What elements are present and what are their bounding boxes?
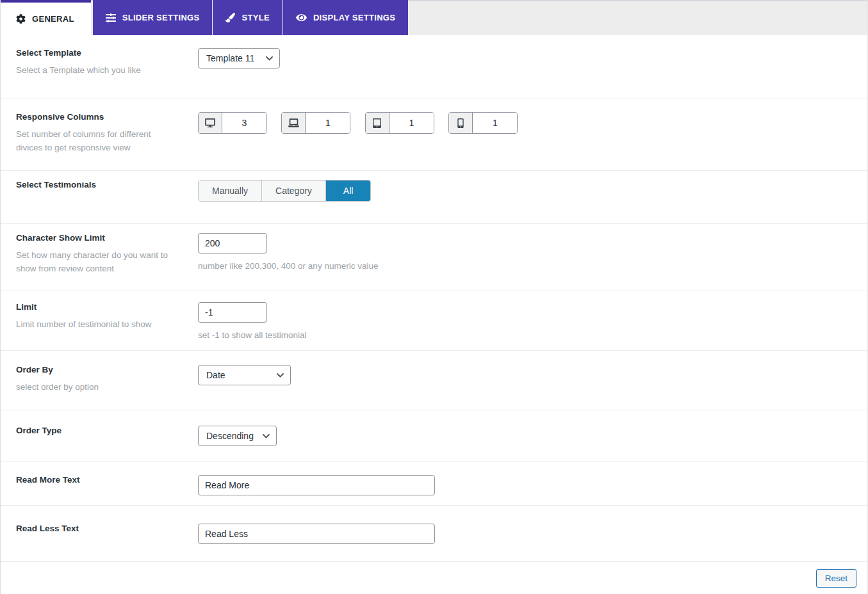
template-select[interactable]: Template 11 (198, 48, 280, 68)
field-label-group: Select Template Select a Template which … (16, 48, 198, 99)
tab-general[interactable]: GENERAL (1, 0, 91, 35)
field-label: Responsive Columns (16, 112, 198, 122)
field-label: Order Type (16, 426, 198, 435)
reset-button[interactable]: Reset (816, 569, 856, 588)
limit-input[interactable] (198, 302, 267, 323)
chevron-down-icon (263, 434, 270, 438)
settings-tabbar: GENERAL SLIDER SETTINGS STYLE DISPLAY SE… (1, 0, 867, 35)
field-label: Select Template (16, 48, 198, 58)
field-description: select order by option (16, 381, 177, 394)
eye-icon (296, 13, 307, 22)
testimonials-source-segmented-control: Manually Category All (198, 180, 371, 202)
row-character-show-limit: Character Show Limit Set how many charac… (1, 224, 867, 291)
tab-label: SLIDER SETTINGS (122, 13, 200, 22)
selected-order-type-value: Descending (206, 431, 254, 441)
segment-manually[interactable]: Manually (199, 181, 262, 201)
field-hint: set -1 to show all testimonial (198, 330, 852, 340)
row-order-by: Order By select order by option Date (1, 351, 867, 410)
tab-display-settings[interactable]: DISPLAY SETTINGS (283, 0, 408, 35)
field-label-group: Character Show Limit Set how many charac… (16, 233, 198, 291)
segment-all[interactable]: All (326, 181, 371, 201)
field-label: Read More Text (16, 475, 198, 485)
field-description: Set number of columns for different divi… (16, 128, 177, 155)
tab-style[interactable]: STYLE (213, 0, 283, 35)
brush-icon (225, 13, 235, 22)
field-label-group: Responsive Columns Set number of columns… (16, 112, 198, 170)
field-label: Order By (16, 365, 198, 374)
field-description: Set how many character do you want to sh… (16, 249, 177, 276)
mobile-columns-input[interactable] (473, 113, 517, 133)
selected-template-value: Template 11 (206, 53, 254, 63)
footer: Reset (1, 562, 867, 594)
field-label-group: Order Type (16, 426, 198, 462)
field-label: Limit (16, 302, 198, 312)
field-label-group: Order By select order by option (16, 365, 198, 410)
gear-icon (16, 14, 26, 24)
mobile-columns-group (448, 112, 518, 134)
tab-label: DISPLAY SETTINGS (313, 13, 395, 22)
field-label-group: Select Testimonials (16, 180, 198, 223)
row-order-type: Order Type Descending (1, 410, 867, 462)
field-label-group: Read More Text (16, 475, 198, 505)
tab-label: GENERAL (32, 14, 74, 24)
laptop-columns-input[interactable] (306, 113, 350, 133)
laptop-columns-group (281, 112, 350, 134)
laptop-icon (282, 113, 306, 133)
field-label: Select Testimonials (16, 180, 198, 189)
field-description: Limit number of testimonial to show (16, 318, 177, 332)
row-limit: Limit Limit number of testimonial to sho… (1, 291, 867, 351)
row-read-more-text: Read More Text (1, 462, 867, 506)
order-by-select[interactable]: Date (198, 365, 291, 385)
row-read-less-text: Read Less Text (1, 506, 867, 562)
tablet-columns-group (365, 112, 434, 134)
order-type-select[interactable]: Descending (198, 426, 277, 446)
row-select-template: Select Template Select a Template which … (1, 35, 867, 99)
row-responsive-columns: Responsive Columns Set number of columns… (1, 99, 867, 171)
segment-category[interactable]: Category (262, 181, 326, 201)
read-more-text-input[interactable] (198, 475, 435, 495)
chevron-down-icon (266, 56, 273, 61)
selected-order-by-value: Date (206, 370, 225, 380)
read-less-text-input[interactable] (198, 524, 435, 544)
chevron-down-icon (277, 373, 284, 378)
tablet-columns-input[interactable] (389, 113, 434, 133)
field-label: Character Show Limit (16, 233, 198, 243)
desktop-icon (199, 113, 222, 133)
field-description: Select a Template which you like (16, 64, 177, 77)
desktop-columns-group (198, 112, 267, 134)
field-label-group: Read Less Text (16, 524, 198, 561)
tablet-icon (366, 113, 389, 133)
mobile-icon (449, 113, 473, 133)
row-select-testimonials: Select Testimonials Manually Category Al… (1, 171, 867, 224)
sliders-icon (106, 13, 116, 23)
desktop-columns-input[interactable] (222, 113, 266, 133)
settings-panel: GENERAL SLIDER SETTINGS STYLE DISPLAY SE… (0, 0, 868, 594)
field-hint: number like 200,300, 400 or any numeric … (198, 261, 852, 271)
field-label-group: Limit Limit number of testimonial to sho… (16, 302, 198, 350)
tab-slider-settings[interactable]: SLIDER SETTINGS (93, 0, 213, 35)
character-limit-input[interactable] (198, 233, 267, 253)
field-label: Read Less Text (16, 524, 198, 533)
tab-label: STYLE (242, 13, 269, 22)
